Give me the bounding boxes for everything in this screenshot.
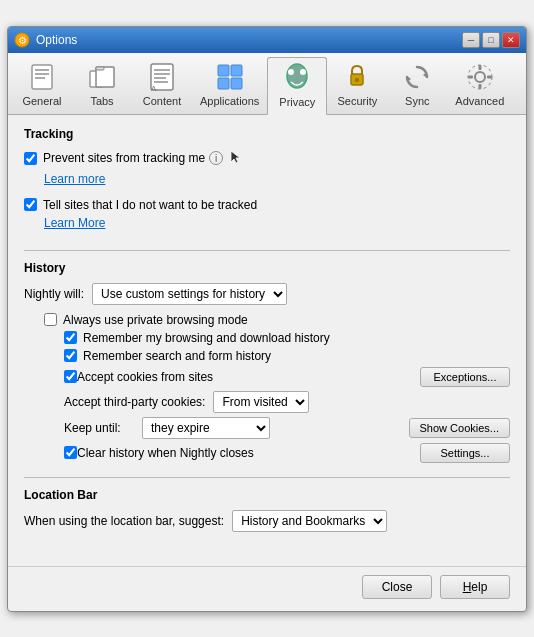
tab-content[interactable]: A Content <box>132 57 192 114</box>
tab-tabs-label: Tabs <box>90 95 113 107</box>
tab-security-label: Security <box>337 95 377 107</box>
divider <box>24 250 510 251</box>
info-icon[interactable]: i <box>209 151 223 165</box>
nightly-will-label: Nightly will: <box>24 287 84 301</box>
learn-more-1-link[interactable]: Learn more <box>44 172 105 186</box>
svg-rect-13 <box>154 81 168 83</box>
tab-applications-label: Applications <box>200 95 259 107</box>
private-browsing-checkbox[interactable] <box>44 313 57 326</box>
tab-security[interactable]: Security <box>327 57 387 114</box>
svg-text:A: A <box>151 84 157 93</box>
svg-point-20 <box>288 69 294 75</box>
exceptions-button[interactable]: Exceptions... <box>420 367 510 387</box>
help-button[interactable]: Help <box>440 575 510 599</box>
general-icon <box>26 61 58 93</box>
svg-rect-29 <box>478 84 481 89</box>
keep-until-dropdown[interactable]: they expire I close Firefox ask me every… <box>142 417 270 439</box>
show-cookies-button[interactable]: Show Cookies... <box>409 418 510 438</box>
tab-sync-label: Sync <box>405 95 429 107</box>
remember-search-checkbox[interactable] <box>64 349 77 362</box>
tab-applications[interactable]: Applications <box>192 57 267 114</box>
tab-sync[interactable]: Sync <box>387 57 447 114</box>
accept-cookies-checkbox[interactable] <box>64 370 77 383</box>
advanced-icon <box>464 61 496 93</box>
remember-browsing-row: Remember my browsing and download histor… <box>64 331 510 345</box>
svg-rect-15 <box>218 65 229 76</box>
svg-rect-28 <box>478 65 481 70</box>
remember-browsing-checkbox[interactable] <box>64 331 77 344</box>
prevent-tracking-checkbox[interactable] <box>24 152 37 165</box>
accept-cookies-label: Accept cookies from sites <box>77 370 213 384</box>
suggest-row: When using the location bar, suggest: Hi… <box>24 510 510 532</box>
svg-rect-4 <box>35 73 49 75</box>
tab-advanced[interactable]: Advanced <box>447 57 512 114</box>
svg-rect-23 <box>355 78 359 82</box>
close-window-button[interactable]: ✕ <box>502 32 520 48</box>
history-dropdown[interactable]: Use custom settings for history Remember… <box>92 283 287 305</box>
toolbar: General Tabs A <box>8 53 526 115</box>
remember-search-label: Remember search and form history <box>83 349 271 363</box>
accept-cookies-left: Accept cookies from sites <box>64 370 213 384</box>
accept-third-dropdown[interactable]: From visited Always Never <box>213 391 309 413</box>
svg-rect-30 <box>468 75 473 78</box>
main-content: Tracking Prevent sites from tracking me … <box>8 115 526 558</box>
clear-history-label: Clear history when Nightly closes <box>77 446 254 460</box>
remember-search-row: Remember search and form history <box>64 349 510 363</box>
svg-rect-17 <box>218 78 229 89</box>
prevent-tracking-label: Prevent sites from tracking me <box>43 151 205 165</box>
footer: Close Help <box>8 566 526 611</box>
tell-sites-label: Tell sites that I do not want to be trac… <box>43 198 257 212</box>
private-browsing-row: Always use private browsing mode <box>44 313 510 327</box>
minimize-button[interactable]: ─ <box>462 32 480 48</box>
close-button[interactable]: Close <box>362 575 432 599</box>
content-icon: A <box>146 61 178 93</box>
history-section-label: History <box>24 261 510 275</box>
tabs-icon <box>86 61 118 93</box>
svg-rect-18 <box>231 78 242 89</box>
applications-icon <box>214 61 246 93</box>
window-controls: ─ □ ✕ <box>462 32 520 48</box>
nightly-will-row: Nightly will: Use custom settings for hi… <box>24 283 510 305</box>
svg-rect-16 <box>231 65 242 76</box>
sync-icon <box>401 61 433 93</box>
location-bar-section: Location Bar When using the location bar… <box>24 488 510 532</box>
keep-until-label: Keep until: <box>64 421 134 435</box>
tab-privacy[interactable]: Privacy <box>267 57 327 115</box>
tab-tabs[interactable]: Tabs <box>72 57 132 114</box>
options-window: ⚙ Options ─ □ ✕ General <box>7 26 527 612</box>
keep-until-outer-row: Keep until: they expire I close Firefox … <box>24 417 510 439</box>
accept-cookies-row: Accept cookies from sites Exceptions... <box>64 367 510 387</box>
svg-rect-8 <box>96 67 104 70</box>
tell-sites-checkbox[interactable] <box>24 198 37 211</box>
suggest-dropdown[interactable]: History and Bookmarks History Bookmarks … <box>232 510 387 532</box>
tab-advanced-label: Advanced <box>455 95 504 107</box>
keep-until-left: Keep until: they expire I close Firefox … <box>24 417 270 439</box>
svg-point-26 <box>475 72 485 82</box>
svg-rect-5 <box>35 77 45 79</box>
accept-third-label: Accept third-party cookies: <box>64 395 205 409</box>
tab-general[interactable]: General <box>12 57 72 114</box>
tell-sites-row: Tell sites that I do not want to be trac… <box>24 198 510 212</box>
settings-button[interactable]: Settings... <box>420 443 510 463</box>
maximize-button[interactable]: □ <box>482 32 500 48</box>
tab-privacy-label: Privacy <box>279 96 315 108</box>
svg-marker-32 <box>231 151 240 163</box>
svg-rect-10 <box>154 69 170 71</box>
divider-2 <box>24 477 510 478</box>
tracking-section: Tracking Prevent sites from tracking me … <box>24 127 510 236</box>
tracking-section-label: Tracking <box>24 127 510 141</box>
security-icon <box>341 61 373 93</box>
svg-rect-12 <box>154 77 166 79</box>
clear-history-outer-row: Clear history when Nightly closes Settin… <box>24 443 510 463</box>
private-browsing-label: Always use private browsing mode <box>63 313 248 327</box>
window-title: Options <box>36 33 462 47</box>
privacy-icon <box>281 62 313 94</box>
tab-general-label: General <box>22 95 61 107</box>
svg-rect-31 <box>487 75 492 78</box>
svg-rect-3 <box>35 69 49 71</box>
history-section: History Nightly will: Use custom setting… <box>24 261 510 463</box>
location-bar-label: Location Bar <box>24 488 510 502</box>
learn-more-2-link[interactable]: Learn More <box>44 216 105 230</box>
clear-history-checkbox[interactable] <box>64 446 77 459</box>
suggest-label: When using the location bar, suggest: <box>24 514 224 528</box>
